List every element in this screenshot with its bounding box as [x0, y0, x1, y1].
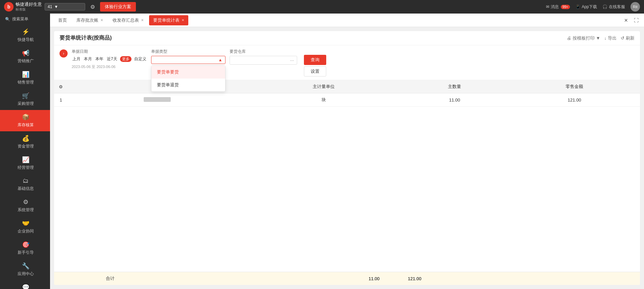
sidebar-item-collab[interactable]: 🤝 企业协同: [0, 216, 50, 238]
sidebar-item-system[interactable]: ⚙ 系统管理: [0, 195, 50, 216]
header-right: ✉ 消息 99+ 📱 App下载 🎧 在线客服 Rit: [546, 2, 640, 12]
messages-action[interactable]: ✉ 消息 99+: [546, 4, 570, 10]
sidebar-item-basic[interactable]: 🗂 基础信息: [0, 174, 50, 195]
online-service-action[interactable]: 🎧 在线客服: [602, 4, 625, 10]
inventory-icon: 📦: [22, 113, 29, 121]
tab-recv-summary-close[interactable]: ✕: [141, 18, 144, 22]
sidebar-label-system: 系统管理: [18, 207, 34, 213]
apps-icon: 🔧: [22, 262, 29, 270]
app-download-label: App下载: [582, 4, 597, 10]
sidebar-item-operations[interactable]: 📈 经营管理: [0, 153, 50, 174]
type-select-arrow: ▲: [218, 58, 222, 62]
sidebar-item-inventory[interactable]: 📦 库存核算: [0, 110, 50, 131]
sidebar-item-marketing[interactable]: 📢 营销推广: [0, 46, 50, 67]
export-action[interactable]: ↓ 导出: [604, 35, 617, 41]
sidebar-item-finance[interactable]: 💰 资金管理: [0, 131, 50, 153]
sidebar-item-guide[interactable]: 🎯 新手引导: [0, 238, 50, 259]
sidebar-item-wechat[interactable]: 💬 企业微信: [0, 280, 50, 289]
page-inner: 要货单统计表(按商品) 🖨 按模板打印 ▼ ↓ 导出 ↺: [54, 31, 640, 285]
online-service-label: 在线客服: [609, 4, 625, 10]
tab-bar: 首页 库存批次账 ✕ 收发存汇总表 ✕ 要货单统计表 ✕ ✕ ⛶: [50, 14, 644, 27]
date-filter-label: 单据日期: [72, 49, 147, 54]
sidebar-label-collab: 企业协同: [18, 228, 34, 234]
message-icon: ✉: [546, 4, 549, 9]
warehouse-select[interactable]: ···: [230, 56, 297, 65]
filter-bar: › 单据日期 上月 本月 本年 近7天 更多 自定义 2023-05-06 至 …: [54, 45, 640, 80]
content-area: 首页 库存批次账 ✕ 收发存汇总表 ✕ 要货单统计表 ✕ ✕ ⛶: [50, 14, 644, 289]
type-filter-group: 单据类型 ▲ 要货单要货 要货单退货: [151, 49, 225, 64]
tab-recv-summary[interactable]: 收发存汇总表 ✕: [109, 15, 148, 25]
product-blurred: [144, 97, 171, 102]
print-template-label: 按模板打印: [573, 35, 595, 41]
tab-home[interactable]: 首页: [54, 15, 71, 25]
query-btn[interactable]: 查询: [304, 55, 326, 65]
print-template-action[interactable]: 🖨 按模板打印 ▼: [567, 35, 600, 41]
col-settings[interactable]: ⚙: [54, 80, 68, 93]
col-quantity: 主数量: [400, 80, 509, 93]
tab-order-summary-label: 要货单统计表: [153, 17, 180, 23]
phone-icon: 📱: [575, 4, 580, 9]
date-shortcuts: 上月 本月 本年 近7天 更多 自定义: [72, 56, 147, 62]
sidebar-label-quick-nav: 快捷导航: [18, 37, 34, 43]
refresh-icon: ↺: [621, 36, 624, 41]
action-btns: 查询 设置: [304, 49, 326, 76]
print-dropdown-arrow: ▼: [596, 36, 600, 41]
tab-inventory-batch[interactable]: 库存批次账 ✕: [72, 15, 107, 25]
refresh-action[interactable]: ↺ 刷新: [621, 35, 635, 41]
purchase-icon: 🛒: [22, 92, 29, 99]
sidebar-label-apps: 应用中心: [18, 271, 34, 277]
sidebar-label-purchase: 采购管理: [18, 101, 34, 107]
expand-btn[interactable]: ›: [59, 49, 68, 58]
dropdown-item-order-return[interactable]: 要货单退货: [151, 79, 225, 91]
service-icon: 🎧: [602, 4, 607, 9]
cell-quantity: 11.00: [400, 93, 509, 107]
main-layout: 🔍 搜索菜单 ⚡ 快捷导航 📢 营销推广 📊 销售管理 🛒 采购管理 📦 库存核…: [0, 14, 644, 289]
tab-home-label: 首页: [58, 17, 67, 23]
store-select[interactable]: 41 ▼: [45, 3, 85, 10]
tab-inventory-batch-close[interactable]: ✕: [100, 18, 103, 22]
window-expand-btn[interactable]: ⛶: [633, 17, 640, 24]
set-btn[interactable]: 设置: [304, 66, 326, 76]
tab-order-summary[interactable]: 要货单统计表 ✕: [149, 15, 188, 25]
shortcut-this-year[interactable]: 本年: [95, 56, 104, 62]
top-header: b 畅捷通好生意 标准版 41 ▼ ⚙ 体验行业方案 ✉ 消息 99+ 📱 Ap…: [0, 0, 644, 14]
sidebar-label-inventory: 库存核算: [18, 122, 34, 128]
gear-icon: ⚙: [90, 4, 95, 10]
sidebar-item-quick-nav[interactable]: ⚡ 快捷导航: [0, 25, 50, 46]
shortcut-more[interactable]: 更多: [120, 56, 132, 62]
settings-icon-btn[interactable]: ⚙: [88, 2, 97, 12]
cell-product: [68, 93, 247, 107]
shortcut-7days[interactable]: 近7天: [106, 56, 118, 62]
store-select-arrow: ▼: [54, 4, 58, 9]
sidebar-item-sales[interactable]: 📊 销售管理: [0, 67, 50, 89]
guide-icon: 🎯: [22, 241, 29, 248]
app-sub: 标准版: [16, 7, 42, 12]
shortcut-custom[interactable]: 自定义: [134, 56, 147, 62]
sidebar-label-sales: 销售管理: [18, 80, 34, 85]
tab-recv-summary-label: 收发存汇总表: [113, 17, 139, 23]
type-dropdown-menu: 要货单要货 要货单退货: [151, 65, 225, 92]
search-icon: 🔍: [5, 17, 10, 22]
user-avatar[interactable]: Rit: [630, 2, 640, 12]
sidebar: 🔍 搜索菜单 ⚡ 快捷导航 📢 营销推广 📊 销售管理 🛒 采购管理 📦 库存核…: [0, 14, 50, 289]
sidebar-item-apps[interactable]: 🔧 应用中心: [0, 259, 50, 280]
messages-label: 消息: [551, 4, 559, 10]
trial-btn[interactable]: 体验行业方案: [100, 2, 136, 12]
dropdown-item-order-goods[interactable]: 要货单要货: [151, 66, 225, 79]
shortcut-this-month[interactable]: 本月: [83, 56, 93, 62]
sidebar-label-basic: 基础信息: [18, 186, 34, 192]
col-amount: 零售金额: [509, 80, 640, 93]
app-name: 畅捷通好生意: [16, 2, 42, 7]
page-header-actions: 🖨 按模板打印 ▼ ↓ 导出 ↺ 刷新: [567, 35, 635, 41]
shortcut-last-month[interactable]: 上月: [72, 56, 81, 62]
type-filter-select[interactable]: ▲: [151, 56, 225, 64]
finance-icon: 💰: [22, 135, 29, 142]
total-label: 合计: [68, 275, 149, 282]
window-minimize-btn[interactable]: ✕: [622, 17, 630, 24]
sidebar-item-purchase[interactable]: 🛒 采购管理: [0, 89, 50, 110]
search-label: 搜索菜单: [12, 16, 28, 22]
sidebar-search-item[interactable]: 🔍 搜索菜单: [0, 14, 50, 25]
app-download-action[interactable]: 📱 App下载: [575, 4, 597, 10]
table-head: ⚙ 商品 主计量单位 主数量 零售金额: [54, 80, 640, 93]
tab-order-summary-close[interactable]: ✕: [182, 18, 184, 22]
